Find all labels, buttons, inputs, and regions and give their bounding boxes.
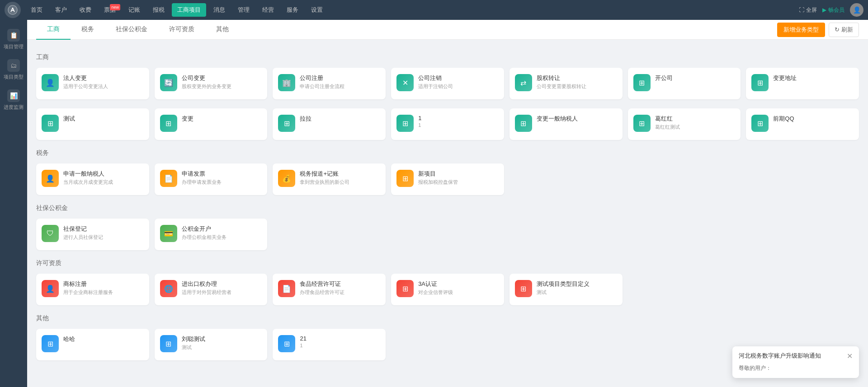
card-text-新项目: 新项目 报税加税控盘保管: [418, 170, 499, 186]
sidebar-item-进度监测[interactable]: 📊 进度监测: [0, 85, 27, 115]
card-desc: 办理申请发票业务: [182, 179, 262, 186]
card-新项目[interactable]: ⊞ 新项目 报税加税控盘保管: [391, 163, 504, 195]
card-text-股权转让: 股权转让 公司变更需要股权转让: [537, 74, 617, 90]
card-商标注册[interactable]: 👤 商标注册 用于企业商标注册服务: [36, 274, 149, 305]
tab-社保公积金[interactable]: 社保公积金: [105, 20, 158, 40]
notification-content: 尊敬的用户：: [739, 364, 853, 373]
card-测试[interactable]: ⊞ 测试: [36, 108, 149, 140]
card-icon-变更: ⊞: [160, 115, 177, 132]
nav-item-工商项目[interactable]: 工商项目: [172, 3, 206, 17]
card-公积金开户[interactable]: 💳 公积金开户 办理公积金相关业务: [155, 219, 268, 250]
card-葛红红[interactable]: ⊞ 葛红红 葛红红测试: [628, 108, 741, 140]
card-哈哈[interactable]: ⊞ 哈哈: [36, 329, 149, 360]
card-icon-21: ⊞: [278, 335, 295, 352]
nav-item-管理[interactable]: 管理: [232, 3, 255, 17]
card-text-公司变更: 公司变更 股权变更外的业务变更: [182, 74, 262, 90]
nav-item-服务[interactable]: 服务: [281, 3, 304, 17]
card-icon-社保登记: 🛡: [42, 225, 59, 242]
sidebar-label: 项目管理: [4, 43, 24, 50]
card-社保登记[interactable]: 🛡 社保登记 进行人员社保登记: [36, 219, 149, 250]
card-前期QQ[interactable]: ⊞ 前期QQ: [746, 108, 859, 140]
sidebar-label: 项目类型: [4, 74, 24, 80]
card-name: 食品经营许可证: [300, 280, 380, 288]
top-navigation: 首页客户收费票据new记账报税工商项目消息管理经营服务设置 ⛶ 全屏 ▶ 畅会员…: [0, 0, 868, 20]
card-icon-葛红红: ⊞: [633, 115, 651, 132]
card-name: 新项目: [418, 170, 499, 178]
main-content: 工商税务社保公积金许可资质其他 新增业务类型 ↻ 刷新 工商 👤 法人变更 适用…: [27, 20, 868, 387]
card-申请一般纳税人[interactable]: 👤 申请一般纳税人 当月或次月成变更完成: [36, 163, 149, 195]
card-text-哈哈: 哈哈: [63, 335, 144, 344]
tab-许可资质[interactable]: 许可资质: [158, 20, 205, 40]
nav-item-票据[interactable]: 票据new: [99, 3, 121, 17]
card-text-21: 21 1: [300, 335, 380, 348]
card-icon-新项目: ⊞: [396, 170, 414, 187]
nav-item-记账[interactable]: 记账: [123, 3, 146, 17]
card-申请发票[interactable]: 📄 申请发票 办理申请发票业务: [155, 163, 268, 195]
member-button[interactable]: ▶ 畅会员: [822, 6, 844, 14]
fullscreen-button[interactable]: ⛶ 全屏: [799, 6, 817, 14]
add-type-button[interactable]: 新增业务类型: [777, 23, 825, 37]
nav-item-首页[interactable]: 首页: [25, 3, 48, 17]
user-avatar[interactable]: 👤: [850, 3, 863, 17]
card-法人变更[interactable]: 👤 法人变更 适用于公司变更法人: [36, 68, 149, 99]
card-name: 测试: [63, 115, 144, 123]
nav-item-收费[interactable]: 收费: [74, 3, 97, 17]
card-公司变更[interactable]: 🔄 公司变更 股权变更外的业务变更: [155, 68, 268, 99]
card-icon-进出口权办理: 🌐: [160, 280, 177, 297]
card-name: 股权转让: [537, 74, 617, 82]
nav-item-设置[interactable]: 设置: [306, 3, 328, 17]
card-3A认证[interactable]: ⊞ 3A认证 对企业信誉评级: [391, 274, 504, 305]
card-text-刘聪测试: 刘聪测试 测试: [182, 335, 262, 351]
card-税务报道+记账[interactable]: 💰 税务报道+记账 拿到营业执照的新公司: [273, 163, 386, 195]
card-icon-公司注册: 🏢: [278, 74, 295, 91]
card-text-1: 1 1: [418, 115, 499, 128]
tab-工商[interactable]: 工商: [36, 20, 71, 40]
nav-item-报税[interactable]: 报税: [147, 3, 170, 17]
refresh-button[interactable]: ↻ 刷新: [829, 23, 859, 37]
card-desc: 适用于对外贸易经营者: [182, 289, 262, 296]
card-食品经营许可证[interactable]: 📄 食品经营许可证 办理食品经营许可证: [273, 274, 386, 305]
card-text-变更地址: 变更地址: [773, 74, 854, 83]
nav-item-消息[interactable]: 消息: [208, 3, 231, 17]
card-name: 3A认证: [418, 280, 499, 288]
card-text-变更: 变更: [182, 115, 262, 124]
card-icon-税务报道+记账: 💰: [278, 170, 295, 187]
sidebar-item-项目类型[interactable]: 🗂 项目类型: [0, 55, 27, 85]
card-text-税务报道+记账: 税务报道+记账 拿到营业执照的新公司: [300, 170, 380, 186]
card-公司注销[interactable]: ✕ 公司注销 适用于注销公司: [391, 68, 504, 99]
card-公司注册[interactable]: 🏢 公司注册 申请公司注册全流程: [273, 68, 386, 99]
cards-grid-0: 👤 法人变更 适用于公司变更法人 🔄 公司变更 股权变更外的业务变更 🏢 公司注…: [36, 68, 859, 99]
card-股权转让[interactable]: ⇄ 股权转让 公司变更需要股权转让: [509, 68, 623, 99]
card-变更一般纳税人[interactable]: ⊞ 变更一般纳税人: [509, 108, 623, 140]
card-变更地址[interactable]: ⊞ 变更地址: [746, 68, 859, 99]
card-icon-前期QQ: ⊞: [751, 115, 769, 132]
tab-其他[interactable]: 其他: [205, 20, 240, 40]
card-拉拉[interactable]: ⊞ 拉拉: [273, 108, 386, 140]
app-logo[interactable]: [5, 2, 21, 18]
tab-税务[interactable]: 税务: [71, 20, 105, 40]
nav-item-经营[interactable]: 经营: [257, 3, 279, 17]
card-变更[interactable]: ⊞ 变更: [155, 108, 268, 140]
notification-title: 河北税务数字账户升级影响通知: [739, 352, 821, 360]
card-name: 公司注销: [418, 74, 499, 82]
nav-item-客户[interactable]: 客户: [50, 3, 72, 17]
card-icon-公司变更: 🔄: [160, 74, 177, 91]
card-icon-开公司: ⊞: [633, 74, 651, 91]
sidebar-item-项目管理[interactable]: 📋 项目管理: [0, 24, 27, 55]
card-1[interactable]: ⊞ 1 1: [391, 108, 504, 140]
card-desc: 1: [418, 122, 499, 128]
notification-close-button[interactable]: ✕: [847, 352, 853, 360]
card-desc: 办理食品经营许可证: [300, 289, 380, 296]
card-进出口权办理[interactable]: 🌐 进出口权办理 适用于对外贸易经营者: [155, 274, 268, 305]
card-开公司[interactable]: ⊞ 开公司: [628, 68, 741, 99]
card-name: 申请一般纳税人: [63, 170, 144, 178]
card-text-公积金开户: 公积金开户 办理公积金相关业务: [182, 225, 262, 241]
card-测试项目类型目定义[interactable]: ⊞ 测试项目类型目定义 测试: [509, 274, 623, 305]
card-刘聪测试[interactable]: ⊞ 刘聪测试 测试: [155, 329, 268, 360]
section-title-0: 工商: [36, 53, 859, 61]
card-name: 葛红红: [655, 115, 736, 123]
card-desc: 适用于注销公司: [418, 83, 499, 90]
card-desc: 用于企业商标注册服务: [63, 289, 144, 296]
card-21[interactable]: ⊞ 21 1: [273, 329, 386, 360]
notification-popup: 河北税务数字账户升级影响通知 ✕ 尊敬的用户：: [732, 346, 859, 378]
